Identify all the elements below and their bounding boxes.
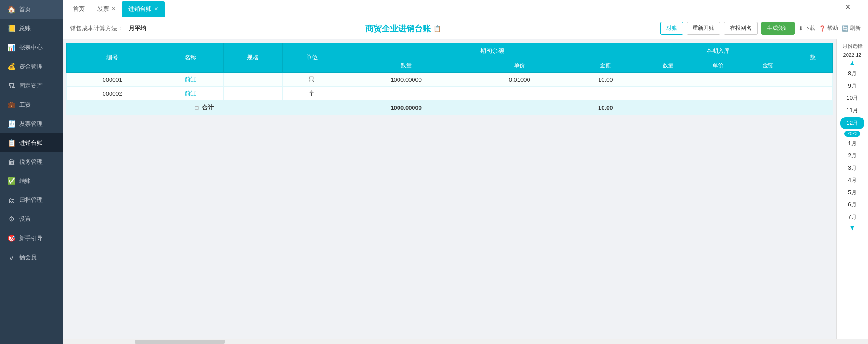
reopen-button[interactable]: 重新开账 <box>687 22 720 35</box>
month-item-3[interactable]: 3月 <box>837 162 868 174</box>
help-icon: ❓ <box>819 25 826 32</box>
cell-op-price <box>471 87 568 101</box>
refresh-icon: 🔄 <box>842 25 848 32</box>
month-item-12[interactable]: 12月 <box>840 117 864 129</box>
checkout-icon: ✅ <box>7 177 15 185</box>
tax-icon: 🏛 <box>7 158 15 166</box>
scroll-thumb[interactable] <box>135 340 225 344</box>
guide-icon: 🎯 <box>7 234 15 242</box>
month-item-10[interactable]: 10月 <box>837 92 868 104</box>
total-in-qty <box>643 101 693 115</box>
col-subheader-in-amount: 金额 <box>743 59 793 73</box>
month-item-1[interactable]: 1月 <box>837 138 868 150</box>
cell-spec <box>223 87 282 101</box>
cell-op-qty: 1000.00000 <box>341 73 471 87</box>
ledger-icon: 📒 <box>7 25 15 33</box>
page-title: 商贸企业进销台账 📋 <box>152 23 655 34</box>
sidebar-item-reports[interactable]: 📊 报表中心 <box>0 38 63 57</box>
sidebar-item-guide[interactable]: 🎯 新手引导 <box>0 229 63 248</box>
purchase-sales-icon: 📋 <box>7 139 15 147</box>
sidebar-item-archive[interactable]: 🗂 归档管理 <box>0 191 63 210</box>
col-header-spec: 规格 <box>223 43 282 73</box>
col-subheader-in-qty: 数量 <box>643 59 693 73</box>
close-invoice-tab-button[interactable]: ✕ <box>111 6 115 12</box>
month-nav-down[interactable]: ▼ <box>848 223 857 232</box>
purchase-sales-table: 编号 名称 规格 单位 期初余额 本期入库 数 数量 单价 金额 数量 单价 <box>66 43 833 115</box>
sidebar-item-assets[interactable]: 🏗 固定资产 <box>0 76 63 95</box>
table-total-row: ◻ 合计 1000.00000 10.00 <box>67 101 833 115</box>
refresh-button[interactable]: 🔄 刷新 <box>842 25 861 32</box>
col-subheader-op-amount: 金额 <box>568 59 643 73</box>
sidebar-item-checkout[interactable]: ✅ 结账 <box>0 172 63 191</box>
generate-voucher-button[interactable]: 生成凭证 <box>761 22 795 35</box>
close-purchase-sales-tab-button[interactable]: ✕ <box>154 6 158 12</box>
sidebar-item-ledger[interactable]: 📒 总账 <box>0 19 63 38</box>
month-item-5[interactable]: 5月 <box>837 187 868 199</box>
cell-unit: 只 <box>282 73 341 87</box>
total-extra <box>793 101 833 115</box>
tab-invoice[interactable]: 发票 ✕ <box>91 1 122 17</box>
month-item-4[interactable]: 4月 <box>837 174 868 187</box>
cell-in-price <box>693 87 743 101</box>
cell-name: 前缸 <box>158 87 223 101</box>
close-window-button[interactable]: ✕ <box>844 2 852 12</box>
col-subheader-op-qty: 数量 <box>341 59 471 73</box>
tab-home[interactable]: 首页 <box>66 1 91 17</box>
sidebar-item-funds[interactable]: 💰 资金管理 <box>0 57 63 76</box>
cell-op-amount: 10.00 <box>568 73 643 87</box>
funds-icon: 💰 <box>7 63 15 71</box>
invoice-mgmt-icon: 🧾 <box>7 120 15 128</box>
month-panel: 月份选择 2022.12 ▲ 8月 9月 10月 11月 12月 2023 1月… <box>836 39 868 339</box>
year-2023-badge[interactable]: 2023 <box>844 131 860 137</box>
cell-op-price: 0.01000 <box>471 73 568 87</box>
cell-in-qty <box>643 73 693 87</box>
col-header-opening-balance: 期初余额 <box>341 43 643 59</box>
sidebar-item-settings[interactable]: ⚙ 设置 <box>0 210 63 229</box>
total-label: ◻ 合计 <box>67 101 341 115</box>
sidebar-item-salary[interactable]: 💼 工资 <box>0 95 63 114</box>
sidebar-item-purchase-sales[interactable]: 📋 进销台账 <box>0 133 63 152</box>
total-op-qty: 1000.00000 <box>341 101 471 115</box>
home-icon: 🏠 <box>7 5 15 14</box>
table-row: 000001 前缸 只 1000.00000 0.01000 10.00 <box>67 73 833 87</box>
tab-purchase-sales[interactable]: 进销台账 ✕ <box>122 1 165 17</box>
col-header-extra: 数 <box>793 43 833 73</box>
cost-method-value: 月平均 <box>129 25 146 33</box>
col-header-code: 编号 <box>67 43 158 73</box>
info-icon[interactable]: 📋 <box>434 25 441 32</box>
save-as-button[interactable]: 存报别名 <box>724 22 758 35</box>
cell-code: 000002 <box>67 87 158 101</box>
sidebar-item-tax[interactable]: 🏛 税务管理 <box>0 152 63 172</box>
reconcile-button[interactable]: 对账 <box>660 22 683 35</box>
month-item-7[interactable]: 7月 <box>837 211 868 223</box>
help-button[interactable]: ❓ 帮助 <box>819 25 838 32</box>
horizontal-scrollbar[interactable] <box>63 339 868 344</box>
month-item-2[interactable]: 2月 <box>837 150 868 162</box>
month-item-11[interactable]: 11月 <box>837 104 868 117</box>
archive-icon: 🗂 <box>7 197 15 204</box>
total-op-price <box>471 101 568 115</box>
sidebar-item-invoice-mgmt[interactable]: 🧾 发票管理 <box>0 114 63 133</box>
table-row: 000002 前缸 个 <box>67 87 833 101</box>
total-icon: ◻ <box>195 105 199 110</box>
month-nav-up[interactable]: ▲ <box>848 59 857 68</box>
cell-in-amount <box>743 73 793 87</box>
table-area: 编号 名称 规格 单位 期初余额 本期入库 数 数量 单价 金额 数量 单价 <box>63 39 836 339</box>
maximize-window-button[interactable]: ⛶ <box>855 2 864 12</box>
download-button[interactable]: ⬇ 下载 <box>798 25 815 32</box>
month-panel-title: 月份选择 <box>843 41 863 51</box>
cell-code: 000001 <box>67 73 158 87</box>
month-item-8[interactable]: 8月 <box>837 68 868 80</box>
salary-icon: 💼 <box>7 101 15 109</box>
month-item-9[interactable]: 9月 <box>837 80 868 92</box>
tab-bar: 首页 发票 ✕ 进销台账 ✕ <box>63 0 868 18</box>
cell-in-price <box>693 73 743 87</box>
cell-op-qty <box>341 87 471 101</box>
col-header-current-in: 本期入库 <box>643 43 793 59</box>
cost-method-label: 销售成本计算方法： <box>70 25 123 33</box>
sidebar-item-home[interactable]: 🏠 首页 <box>0 0 63 19</box>
cell-name: 前缸 <box>158 73 223 87</box>
sidebar-item-membership[interactable]: V 畅会员 <box>0 248 63 267</box>
col-header-name: 名称 <box>158 43 223 73</box>
month-item-6[interactable]: 6月 <box>837 199 868 211</box>
